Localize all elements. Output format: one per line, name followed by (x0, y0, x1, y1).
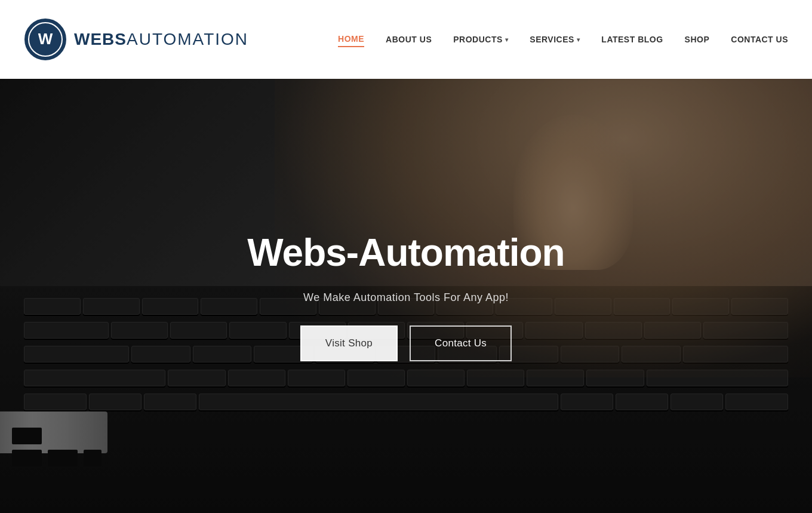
main-nav: HOME ABOUT US PRODUCTS ▾ SERVICES ▾ LATE… (338, 32, 788, 47)
hero-content: Webs-Automation We Make Automation Tools… (247, 231, 564, 361)
header: W WEBS AUTOMATION HOME ABOUT US PRODUCTS… (0, 0, 812, 79)
nav-products[interactable]: PRODUCTS ▾ (453, 32, 508, 47)
nav-shop[interactable]: SHOP (685, 32, 710, 47)
services-chevron-icon: ▾ (577, 36, 580, 43)
nav-services[interactable]: SERVICES ▾ (530, 32, 580, 47)
hero-title: Webs-Automation (247, 231, 564, 275)
logo-webs: WEBS (74, 31, 127, 48)
svg-text:W: W (38, 30, 53, 48)
nav-latest-blog[interactable]: LATEST BLOG (601, 32, 663, 47)
nav-about-us[interactable]: ABOUT US (386, 32, 432, 47)
logo-text: WEBS AUTOMATION (74, 31, 248, 48)
hero-buttons: Visit Shop Contact Us (300, 325, 512, 361)
hero-section: Webs-Automation We Make Automation Tools… (0, 79, 812, 513)
nav-contact-us[interactable]: CONTACT US (731, 32, 788, 47)
products-chevron-icon: ▾ (505, 36, 509, 43)
logo[interactable]: W WEBS AUTOMATION (24, 18, 248, 61)
contact-us-button[interactable]: Contact Us (410, 325, 512, 361)
logo-icon: W (24, 18, 67, 61)
visit-shop-button[interactable]: Visit Shop (300, 325, 398, 361)
logo-automation: AUTOMATION (127, 31, 248, 48)
hero-subtitle: We Make Automation Tools For Any App! (303, 291, 509, 304)
nav-home[interactable]: HOME (338, 32, 364, 47)
